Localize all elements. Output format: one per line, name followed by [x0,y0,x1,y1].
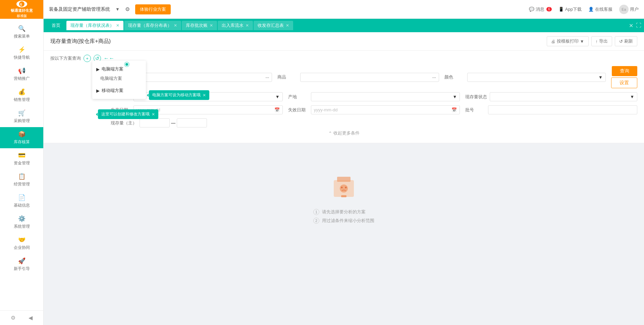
stock-status-label: 现存量状态 [465,94,487,100]
expire-date-label: 失效日期 [288,107,308,113]
origin-select[interactable]: ▼ [311,92,460,101]
user-avatar: Ea [619,5,629,14]
svg-point-6 [345,187,347,188]
logo-text: 畅通道好生意 [11,8,33,13]
service-icon: 👤 [588,7,594,12]
page-header: 现存量查询(按仓库+商品) 🖨 按模板打印 ▼ ↑ 导出 ↺ 刷新 [44,32,644,51]
color-select[interactable]: ▼ [467,73,606,82]
print-icon: 🖨 [551,39,555,44]
svg-text:6: 6 [20,3,22,6]
tab-close-all-btn[interactable]: ✕ [629,22,633,29]
filter-stock-main: 现存量（主） — [111,118,637,127]
stock-main-to[interactable] [177,118,207,127]
filter-label: 按以下方案查询 [50,55,81,61]
schema-pc-section: ▶ 电脑端方案 电脑端方案 [92,63,146,85]
filter-row-3: 生产日期 yyyy-mm-dd 📅 失效日期 yyyy-mm-dd 📅 批号 [111,105,637,114]
schema-mobile-title[interactable]: ▶ 移动端方案 [92,86,146,95]
system-icon: ⚙️ [18,215,25,222]
calendar-icon-expire: 📅 [451,107,457,112]
trial-btn[interactable]: 体验行业方案 [135,4,171,14]
filter-section: 按以下方案查询 + ↺ ←← ▶ 电脑端方案 电脑端方案 [44,51,644,143]
warehouse-select[interactable]: ··· [133,73,272,82]
sidebar-item-quick-nav[interactable]: ⚡ 快捷导航 [0,43,43,64]
print-btn[interactable]: 🖨 按模板打印 ▼ [547,36,589,46]
filter-stock-status: 现存量状态 ▼ [465,92,637,101]
sidebar-item-operation[interactable]: 📋 经营管理 [0,169,43,191]
sidebar-item-search[interactable]: 🔍 搜索菜单 [0,21,43,43]
more-filters-btn[interactable]: ⌃ 收起更多条件 [50,127,637,139]
tab-batch-ledger[interactable]: 库存批次账 ✕ [182,21,217,30]
user-profile-btn[interactable]: Ea 用户 [619,5,639,14]
sidebar-settings-icon[interactable]: ⚙ [11,315,15,321]
sidebar-item-finance[interactable]: 💳 资金管理 [0,148,43,169]
system-selector[interactable]: ▼ [115,7,120,12]
sidebar-item-system[interactable]: ⚙️ 系统管理 [0,212,43,233]
svg-rect-7 [341,195,346,197]
sidebar-item-purchase[interactable]: 🛒 采购管理 [0,106,43,127]
finance-icon: 💳 [18,152,25,159]
sidebar-item-marketing[interactable]: 📢 营销推广 [0,64,43,85]
sidebar-item-sales[interactable]: 💰 销售管理 [0,85,43,106]
schema-arrow-icon: ▶ [96,67,100,72]
app-download-btn[interactable]: 📱 App下载 [558,6,582,12]
message-btn[interactable]: 💬 消息 6 [529,6,552,12]
sidebar-item-guide[interactable]: 🚀 新手引导 [0,254,43,275]
logo-sub: 标准版 [17,14,27,18]
tab-inventory-status[interactable]: 现存量（库存状况表） ✕ [66,21,123,30]
tab-receive-summary[interactable]: 收发存汇总表 ✕ [254,21,293,30]
message-badge: 6 [546,7,552,11]
tooltip2-close[interactable]: ✕ [152,112,155,117]
sales-icon: 💰 [18,88,25,96]
goods-select[interactable]: ··· [300,73,439,82]
guide-dot-1 [125,62,129,66]
sidebar-nav: 🔍 搜索菜单 ⚡ 快捷导航 📢 营销推广 💰 销售管理 🛒 采购管理 📦 库存核… [0,19,43,310]
filter-row-1: 仓库 ··· 商品 ··· 颜色 [111,66,637,88]
tooltip1-close[interactable]: ✕ [203,93,206,98]
sidebar-item-enterprise[interactable]: 🤝 企业协同 [0,233,43,254]
reset-btn[interactable]: 设置 [611,77,637,88]
sidebar-collapse-icon[interactable]: ◀ [29,315,33,321]
purchase-icon: 🛒 [18,109,25,117]
stock-range-separator: — [171,120,175,125]
empty-illustration [327,170,361,204]
color-label: 颜色 [444,74,465,80]
filter-batch: 批号 [465,105,637,114]
stock-status-select[interactable]: ▼ [490,92,637,101]
tab-inventory-dist[interactable]: 现存量（库存分布表） ✕ [124,21,181,30]
query-btns: 查询 设置 [611,66,637,88]
refresh-btn[interactable]: ↺ 刷新 [615,36,637,46]
header-right: 💬 消息 6 📱 App下载 👤 在线客服 Ea 用户 [529,5,639,14]
filter-add-btn[interactable]: + [84,55,91,62]
filter-goods: 商品 ··· [277,73,439,82]
guide-icon: 🚀 [18,257,25,265]
stock-main-from[interactable] [140,118,170,127]
sidebar-item-base-info[interactable]: 📄 基础信息 [0,191,43,212]
schema-pc-item[interactable]: 电脑端方案 [92,73,146,84]
tab-bar: 首页 现存量（库存状况表） ✕ 现存量（库存分布表） ✕ 库存批次账 ✕ 出入库… [44,19,644,32]
chevron-up-icon: ⌃ [328,131,332,136]
step-num-1: 1 [313,209,319,215]
tab-bar-right: ✕ ⛶ [629,22,641,29]
tab-expand-btn[interactable]: ⛶ [636,22,641,29]
schema-mobile-arrow-icon: ▶ [96,88,100,93]
header-settings-icon[interactable]: ⚙ [125,6,130,12]
schema-pc-title[interactable]: ▶ 电脑端方案 [92,65,146,73]
quick-nav-icon: ⚡ [18,46,25,53]
top-header: 装备及固定资产辅助管理系统 ▼ ⚙ 体验行业方案 💬 消息 6 📱 App下载 … [44,0,644,19]
online-service-btn[interactable]: 👤 在线客服 [588,6,612,12]
batch-input[interactable] [488,105,637,114]
export-btn[interactable]: ↑ 导出 [591,36,612,46]
tab-close-inout-flow[interactable]: ✕ [246,23,249,28]
expire-date-input[interactable]: yyyy-mm-dd 📅 [311,105,460,114]
sidebar-bottom: ⚙ ◀ [0,310,43,325]
tab-close-batch-ledger[interactable]: ✕ [210,23,213,28]
query-btn[interactable]: 查询 [612,66,637,76]
tab-close-inventory-dist[interactable]: ✕ [174,23,177,28]
sidebar-item-inventory[interactable]: 📦 库存核算 [0,127,43,148]
export-icon: ↑ [596,39,598,44]
tooltip-create-schema: 这里可以创建和修改方案哦 ✕ [98,109,158,119]
tab-close-receive-summary[interactable]: ✕ [286,23,289,28]
tab-inout-flow[interactable]: 出入库流水 ✕ [218,21,253,30]
tab-close-inventory-status[interactable]: ✕ [116,23,119,28]
tab-home[interactable]: 首页 [46,20,66,31]
